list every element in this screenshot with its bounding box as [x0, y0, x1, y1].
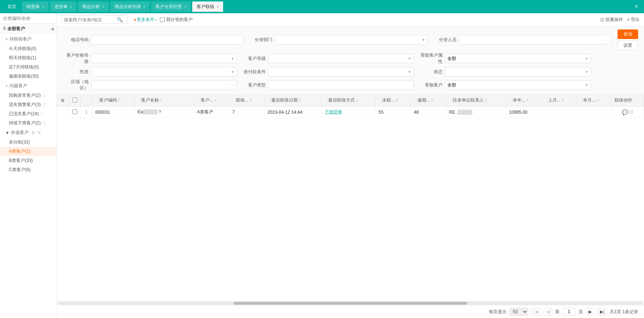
sidebar-item-unclassified[interactable]: 未分组(32) — [0, 138, 57, 147]
horizontal-scrollbar[interactable] — [57, 301, 644, 305]
last-contact-method-link[interactable]: 下销货单 — [325, 109, 342, 114]
th-settings[interactable]: ⚙ — [57, 95, 69, 106]
filter-phone-input[interactable] — [91, 35, 244, 45]
class-a-label: A类客户(1) — [9, 148, 31, 155]
select-all-checkbox[interactable] — [72, 98, 77, 102]
th-category-sort[interactable]: ⇅ — [214, 98, 217, 102]
th-last-month-sort[interactable]: ⇅ — [561, 98, 564, 102]
sidebar-all-customers-header[interactable]: ⠿ 全部客户 ◀ — [0, 24, 57, 34]
td-name[interactable]: Ea ？ — [135, 106, 194, 118]
sidebar-search-area: 🔍 — [0, 13, 57, 24]
sidebar-search-input[interactable] — [3, 16, 57, 21]
overdue-contact-label: 逾期未联络(30) — [9, 73, 39, 80]
row-checkbox[interactable] — [72, 109, 77, 114]
nav-tab-sales[interactable]: 销货单 × — [22, 1, 49, 12]
nav-tab-product-analysis-close[interactable]: × — [102, 5, 104, 9]
sidebar-item-overdue-contact[interactable]: 逾期未联络(30) — [0, 72, 57, 81]
repurchase-abnormal-label: 回购异常客户(2) — [9, 92, 41, 99]
sidebar-item-7day-pending[interactable]: 近7天待联络(0) — [0, 63, 57, 72]
sidebar-item-today-pending[interactable]: 今天待联络(0) — [0, 44, 57, 53]
sidebar-item-repurchase-abnormal[interactable]: 回购异常客户(2) ⓘ — [0, 91, 57, 100]
qr-action-icon[interactable]: ⠿ — [630, 109, 633, 115]
filter-nature-select[interactable]: ▼ — [91, 67, 237, 77]
batch-ops-btn[interactable]: ☑ 批量操作 — [600, 17, 623, 23]
filter-person-more[interactable]: ··· — [605, 37, 609, 42]
nav-tab-purchase[interactable]: 进货单 × — [50, 1, 76, 12]
last-page-btn[interactable]: ▶| — [597, 308, 607, 315]
th-code-sort[interactable]: ⇅ — [118, 98, 121, 102]
declining-info-icon: ⓘ — [42, 121, 46, 126]
sidebar-item-churned[interactable]: 已流失客户(24) ⓘ — [0, 109, 57, 119]
filter-region-select[interactable]: ··· — [91, 80, 237, 90]
comment-action-icon[interactable]: 💬 — [622, 109, 628, 115]
batch-ops-label: 批量操作 — [605, 17, 623, 23]
7day-pending-label: 近7天待联络(0) — [9, 64, 39, 70]
settings-button[interactable]: 设置 — [618, 40, 638, 50]
sidebar-value-group-title[interactable]: ▼ 价值客户 ↻ ✎ — [0, 128, 57, 138]
nav-tab-customer-contact-close[interactable]: × — [217, 5, 219, 9]
filter-search-input[interactable] — [64, 17, 115, 22]
sidebar-collapse-icon[interactable]: ◀ — [51, 27, 54, 31]
prev-page-btn[interactable]: ◀ — [544, 308, 552, 315]
query-button[interactable]: 查询 — [618, 29, 638, 39]
filter-retail-customer-select[interactable]: 全部 ▼ — [445, 80, 591, 90]
filter-region-more[interactable]: ··· — [231, 82, 235, 88]
th-last-contact-method-sort[interactable]: ⇅ — [355, 98, 358, 102]
filter-row-4: 区域（地区） ··· 客户类型 零散客户 全部 ▼ — [63, 79, 638, 91]
scrollbar-track[interactable] — [58, 302, 643, 305]
sidebar-problem-group-title[interactable]: ▼ 问题客户 — [0, 81, 57, 91]
th-contact-sort[interactable]: ⇅ — [249, 98, 252, 102]
filter-person-select[interactable]: ··· — [459, 35, 612, 45]
page-input[interactable] — [562, 308, 576, 315]
nav-tab-customer-segment-close[interactable]: × — [184, 5, 186, 9]
th-last-contact-date-sort[interactable]: ⇅ — [298, 98, 301, 102]
per-page-select[interactable]: 50 100 200 — [509, 308, 528, 316]
sidebar-problem-section: ▼ 问题客户 回购异常客户(2) ⓘ 流失预警客户(3) ⓘ 已流失客户(24)… — [0, 81, 57, 128]
sidebar-pending-group-title[interactable]: ▼ 待联络客户 — [0, 34, 57, 44]
first-page-btn[interactable]: |◀ — [531, 308, 541, 315]
nav-tab-product-analysis-list[interactable]: 商品分析列表 × — [110, 1, 150, 12]
class-b-label: B类客户(33) — [9, 158, 33, 164]
th-name-sort[interactable]: ⇅ — [160, 98, 162, 102]
value-refresh-icon[interactable]: ↻ — [32, 130, 35, 135]
th-current-year: ⋮ 本年... ⇅ — [506, 95, 541, 106]
nav-tab-product-analysis[interactable]: 商品分析 × — [78, 1, 109, 12]
th-company-contacts-sort[interactable]: ⇅ — [484, 98, 487, 102]
sidebar-item-tomorrow-pending[interactable]: 明天待联络(1) — [0, 53, 57, 63]
window-close-button[interactable]: × — [632, 3, 641, 10]
sidebar-item-declining[interactable]: 持续下滑客户(2) ⓘ — [0, 119, 57, 128]
th-no-contact-sort[interactable]: ⇅ — [396, 98, 398, 102]
filter-status-select[interactable]: ▼ — [445, 67, 591, 77]
filter-dept-select[interactable]: ▼ — [275, 35, 427, 45]
export-btn[interactable]: ↗ 导出 — [626, 17, 640, 23]
filter-price-level-select[interactable]: ▼ — [91, 54, 237, 63]
filter-payment-select[interactable]: ▼ — [268, 67, 414, 77]
nav-tab-product-analysis-list-close[interactable]: × — [143, 5, 146, 9]
filter-retail-attr-select[interactable]: 全部 ▼ — [445, 54, 591, 63]
sidebar-item-class-b[interactable]: B类客户(33) — [0, 156, 57, 165]
scrollbar-thumb[interactable] — [234, 302, 468, 305]
th-current-year-sort[interactable]: ⇅ — [526, 98, 529, 102]
th-overdue-sort[interactable]: ⇅ — [431, 98, 434, 102]
th-last-month-label: 上月... — [548, 97, 561, 103]
value-edit-icon[interactable]: ✎ — [37, 130, 41, 135]
filter-price-level-label: 客户价格等级 — [63, 52, 89, 65]
th-no-contact: ⋮ 未联... ⇅ — [375, 95, 411, 106]
sidebar-item-class-a[interactable]: A类客户(1) — [0, 147, 57, 156]
filter-customer-level-select[interactable]: ▼ — [268, 54, 414, 63]
sidebar-item-class-c[interactable]: C类客户(6) — [0, 165, 57, 174]
my-customers-checkbox[interactable] — [160, 17, 165, 22]
filter-customer-type-select[interactable] — [268, 80, 414, 90]
nav-tab-customer-segment[interactable]: 客户分层经营 × — [151, 1, 191, 12]
th-this-month-sort[interactable]: ⇅ — [596, 98, 599, 102]
nav-tab-home[interactable]: 首页 — [3, 1, 21, 12]
th-last-contact-method: ⋮ 最后联络方式 ⇅ — [321, 95, 375, 106]
nav-tab-sales-close[interactable]: × — [42, 5, 44, 9]
nav-tab-customer-contact[interactable]: 客户联络 × — [192, 1, 223, 12]
sidebar-item-churn-warning[interactable]: 流失预警客户(3) ⓘ — [0, 100, 57, 109]
nav-tab-purchase-close[interactable]: × — [70, 5, 72, 9]
filter-more-btn[interactable]: ▾ 更多条件 ▾ — [134, 17, 157, 23]
next-page-btn[interactable]: ▶ — [586, 308, 594, 315]
filter-search-icon[interactable]: 🔍 — [117, 17, 123, 22]
pending-group-label: 待联络客户 — [10, 36, 32, 42]
